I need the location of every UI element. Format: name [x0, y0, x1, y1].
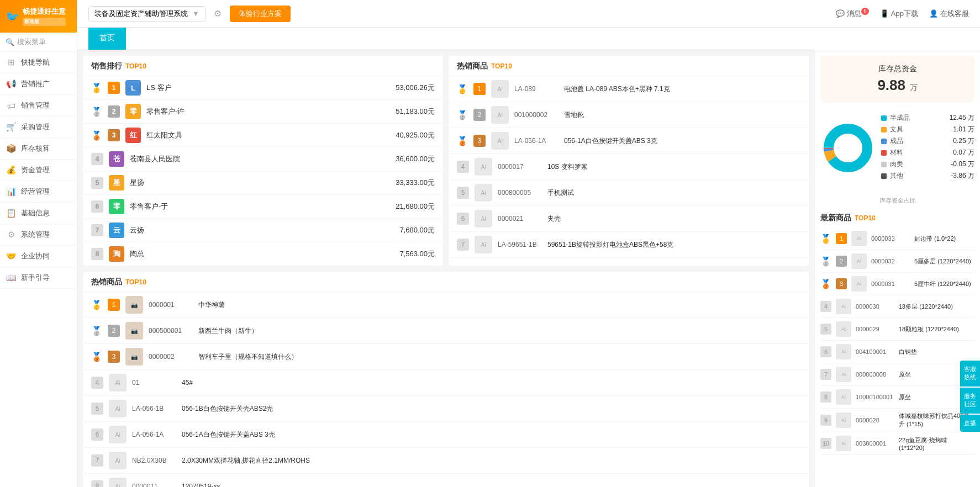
experience-button[interactable]: 体验行业方案 [230, 6, 291, 22]
rank-number: 3 [108, 129, 120, 141]
sidebar-item-quick-nav[interactable]: ⊞ 快捷导航 [0, 52, 77, 73]
product-image: 📷 [125, 322, 143, 340]
bronze-medal-icon: 🥉 [91, 352, 102, 362]
product-rank-number: 5 [457, 187, 469, 199]
inventory-total-value: 9.88 [877, 77, 905, 93]
customer-ranking-header: 销售排行 TOP10 [83, 56, 443, 76]
rank-number: 8 [91, 248, 103, 260]
new-products-list: 🥇 1 Ai 0000033 封边带 (1.0*22) 🥈 2 Ai 00000… [820, 227, 974, 455]
sidebar-item-finance[interactable]: 💰 资金管理 [0, 160, 77, 181]
legend-value: 0.25 万 [953, 136, 974, 146]
inventory-total-unit: 万 [910, 83, 918, 92]
customer-name: 星扬 [130, 178, 390, 188]
product-name: 手机测试 [547, 188, 800, 198]
sidebar-logo: 🐦 畅捷通好生意 标准版 [0, 0, 77, 33]
customer-name: 零售客户-于 [130, 202, 390, 211]
customer-name: 苍南县人民医院 [130, 154, 390, 164]
rank-number: 4 [91, 153, 103, 165]
product-code: 01 [132, 379, 176, 387]
notification-badge: 6 [861, 8, 869, 15]
new-product-name: 18多层 (1220*2440) [899, 303, 974, 311]
cooperation-label: 企业协同 [21, 251, 50, 261]
customer-value: 53,006.26元 [396, 83, 435, 93]
new-product-item: 6 Ai 004100001 白钢垫 [820, 341, 974, 363]
medal-icon: 🥇 [820, 234, 831, 244]
sidebar-item-operations[interactable]: 📊 经营管理 [0, 181, 77, 203]
app-download-item[interactable]: 📱 App下载 [880, 9, 918, 19]
header-right: 💬 消息 6 📱 App下载 👤 在线客服 [836, 9, 969, 19]
sidebar-item-system[interactable]: ⚙ 系统管理 [0, 224, 77, 246]
customer-value: 21,680.00元 [396, 202, 435, 211]
legend-value: 12.45 万 [950, 113, 974, 123]
product-image: 📷 [125, 296, 143, 314]
product-rank-item: 4 Ai 0000017 10S 变料罗浆 [449, 154, 809, 180]
sidebar-item-cooperation[interactable]: 🤝 企业协同 [0, 246, 77, 267]
hot-product-ranking-header: 热销商品 TOP10 [449, 56, 809, 76]
product-rank-item: 🥉 3 Ai LA-056-1A 056-1A白色按键开关盖ABS 3克 [449, 128, 809, 154]
product-name: 2.0X30MM双搓花轴,搓花直径2.1MM/ROHS [182, 456, 800, 465]
online-service-item[interactable]: 👤 在线客服 [929, 9, 969, 19]
right-panel: 库存总资金 9.88 万 [814, 50, 980, 487]
product-code: 000800005 [498, 189, 542, 197]
product-image: Ai [109, 452, 127, 469]
hot-product-ranking-card: 热销商品 TOP10 🥇 1 Ai LA-089 电池盖 LA-089 ABS本… [449, 56, 809, 266]
system-label: 系统管理 [21, 230, 50, 240]
new-product-code: 0000029 [856, 326, 894, 332]
product-rank-number: 2 [473, 109, 486, 121]
new-product-image: Ai [836, 389, 851, 405]
new-product-rank: 8 [820, 391, 831, 403]
new-product-image: Ai [836, 299, 851, 314]
notification-item[interactable]: 💬 消息 6 [836, 9, 869, 19]
product-name: 新西兰牛肉（新牛） [198, 326, 800, 336]
sidebar-item-purchase[interactable]: 🛒 采购管理 [0, 117, 77, 138]
new-product-image: Ai [836, 412, 851, 428]
gear-icon[interactable]: ⚙ [214, 8, 222, 19]
new-product-code: 0000033 [871, 235, 910, 242]
customer-ranking-top-tag: TOP10 [125, 62, 146, 70]
sidebar-item-marketing[interactable]: 📢 营销推广 [0, 73, 77, 95]
float-community[interactable]: 服务社区 [960, 388, 980, 414]
legend-label: 材料 [890, 148, 950, 157]
float-customer-service[interactable]: 客服热线 [960, 361, 980, 387]
new-products-title: 最新商品 TOP10 [820, 213, 974, 223]
customer-avatar: 苍 [109, 151, 124, 167]
notification-icon: 💬 [836, 9, 845, 18]
system-title-area[interactable]: 装备及固定资产辅助管理系统 ▼ [88, 6, 206, 22]
floating-buttons: 客服热线 服务社区 直播 [960, 361, 980, 432]
customer-value: 7,563.00元 [399, 249, 435, 259]
sidebar-item-basics[interactable]: 📋 基础信息 [0, 203, 77, 224]
new-product-item: 5 Ai 0000029 18颗粒板 (1220*2440) [820, 318, 974, 341]
new-product-code: 10000100001 [856, 394, 894, 400]
gold-medal-icon: 🥇 [457, 84, 468, 94]
sidebar-item-guide[interactable]: 📖 新手引导 [0, 267, 77, 289]
basics-label: 基础信息 [21, 208, 50, 218]
product-image: Ai [109, 374, 127, 391]
medal-icon: 🥉 [820, 279, 831, 289]
app-version: 标准版 [23, 18, 66, 26]
donut-chart [820, 120, 876, 176]
finance-icon: 💰 [6, 165, 17, 175]
customer-ranking-card: 销售排行 TOP10 🥇 1 L LS 客户 53,006.26元 🥈 2 零 … [83, 56, 443, 266]
product-image: Ai [491, 80, 509, 98]
search-menu[interactable]: 🔍 搜索菜单 [0, 33, 77, 52]
hot-product-rank-list: 🥇 1 Ai LA-089 电池盖 LA-089 ABS本色+黑种 7.1克 🥈… [449, 76, 809, 258]
new-product-name: 22g鱼豆腐-烧烤味 (1*12*20) [899, 436, 974, 451]
rank-item: 5 星 星扬 33,333.00元 [83, 171, 443, 195]
tab-home[interactable]: 首页 [88, 28, 126, 50]
product-code: LA-056-1A [514, 137, 559, 145]
legend-value: 1.01 万 [953, 125, 974, 134]
notification-label: 消息 [847, 9, 861, 19]
purchase-label: 采购管理 [21, 122, 50, 132]
float-live[interactable]: 直播 [960, 415, 980, 432]
product-rank-item: 5 Ai 000800005 手机测试 [449, 180, 809, 206]
legend-item: 半成品 12.45 万 [881, 113, 974, 123]
rank-number: 7 [91, 224, 103, 236]
search-icon: 🔍 [6, 38, 14, 46]
sidebar-item-sales[interactable]: 🏷 销售管理 [0, 95, 77, 117]
rank-number: 1 [108, 82, 120, 94]
sidebar-item-inventory[interactable]: 📦 库存核算 [0, 138, 77, 160]
hot-product-rank-number: 3 [108, 351, 120, 363]
new-product-image: Ai [851, 253, 867, 269]
quick-nav-label: 快捷导航 [21, 57, 50, 67]
online-service-label: 在线客服 [940, 9, 969, 19]
